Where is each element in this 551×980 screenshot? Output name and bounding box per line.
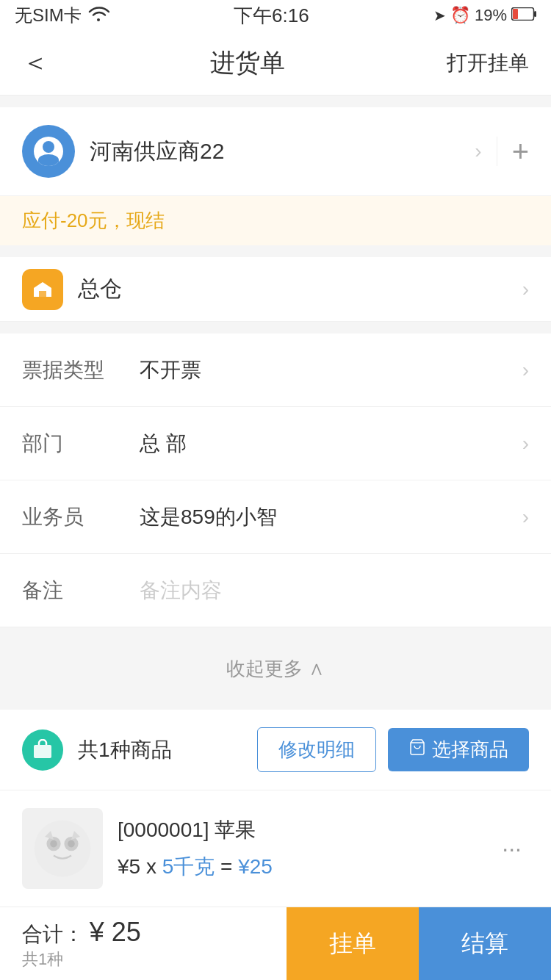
svg-rect-2: [513, 9, 518, 19]
product-more-button[interactable]: ···: [494, 828, 529, 870]
product-section-icon: [22, 729, 63, 771]
ticket-type-row[interactable]: 票据类型 不开票 ›: [0, 334, 551, 407]
svg-rect-1: [534, 11, 536, 17]
svg-rect-4: [34, 745, 51, 758]
status-left: 无SIM卡: [15, 4, 109, 27]
salesman-row[interactable]: 业务员 这是859的小智 ›: [0, 480, 551, 554]
supplier-chevron-icon: ›: [475, 140, 481, 163]
supplier-divider: [497, 137, 497, 166]
status-time: 下午6:16: [234, 3, 309, 29]
warehouse-section[interactable]: 总仓 ›: [0, 257, 551, 322]
ticket-type-chevron-icon: ›: [522, 359, 529, 382]
department-chevron-icon: ›: [522, 432, 529, 455]
select-product-label: 选择商品: [432, 737, 508, 763]
remark-row[interactable]: 备注 备注内容: [0, 554, 551, 627]
salesman-chevron-icon: ›: [522, 505, 529, 529]
svg-rect-3: [39, 291, 46, 297]
total-label: 合计：: [22, 923, 84, 945]
svg-point-6: [35, 821, 91, 877]
nav-bar: ＜ 进货单 打开挂单: [0, 31, 551, 96]
cart-icon: [408, 738, 426, 761]
total-count: 共1种: [22, 948, 264, 970]
hold-button[interactable]: 挂单: [287, 907, 419, 981]
page-title: 进货单: [210, 46, 285, 80]
wifi-icon: [87, 5, 109, 26]
product-multiply: x: [146, 855, 156, 878]
edit-detail-button[interactable]: 修改明细: [257, 727, 376, 772]
collapse-bar[interactable]: 收起更多 ∧: [0, 639, 551, 698]
product-section: 共1种商品 修改明细 选择商品: [0, 710, 551, 907]
product-equals: =: [220, 855, 232, 878]
status-bar: 无SIM卡 下午6:16 ➤ ⏰ 19%: [0, 0, 551, 31]
form-section: 票据类型 不开票 › 部门 总 部 › 业务员 这是859的小智 › 备注 备注…: [0, 334, 551, 627]
back-button[interactable]: ＜: [22, 45, 48, 81]
product-info: [0000001] 苹果 ¥5 x 5千克 = ¥25: [118, 816, 494, 881]
salesman-label: 业务员: [22, 503, 125, 531]
product-quantity: 5千克: [162, 855, 215, 878]
warehouse-chevron-icon: ›: [522, 278, 529, 301]
product-name: [0000001] 苹果: [118, 816, 494, 844]
carrier-label: 无SIM卡: [15, 4, 82, 27]
department-value: 总 部: [125, 430, 522, 458]
bottom-bar: 合计： ¥ 25 共1种 挂单 结算: [0, 907, 551, 980]
warehouse-icon: [22, 269, 63, 310]
supplier-avatar: [22, 125, 75, 178]
supplier-name: 河南供应商22: [90, 137, 475, 167]
remark-input[interactable]: 备注内容: [125, 577, 529, 605]
svg-point-9: [50, 840, 57, 848]
settle-button[interactable]: 结算: [419, 907, 551, 981]
select-product-button[interactable]: 选择商品: [388, 728, 529, 771]
supplier-row[interactable]: 河南供应商22 › +: [0, 107, 551, 196]
supplier-section: 河南供应商22 › + 应付-20元，现结: [0, 107, 551, 245]
battery-icon: [511, 6, 536, 25]
warehouse-row[interactable]: 总仓 ›: [0, 257, 551, 322]
battery-label: 19%: [475, 6, 507, 25]
total-section: 合计： ¥ 25 共1种: [0, 917, 287, 970]
supplier-notice: 应付-20元，现结: [0, 196, 551, 245]
product-header: 共1种商品 修改明细 选择商品: [0, 710, 551, 790]
open-hold-button[interactable]: 打开挂单: [447, 49, 529, 77]
remark-label: 备注: [22, 577, 125, 605]
svg-point-10: [68, 840, 75, 848]
salesman-value: 这是859的小智: [125, 503, 522, 531]
status-right: ➤ ⏰ 19%: [433, 6, 536, 25]
product-total: ¥25: [238, 855, 273, 878]
avatar-inner: [34, 137, 63, 166]
department-label: 部门: [22, 430, 125, 458]
product-price: ¥5 x 5千克 = ¥25: [118, 853, 494, 881]
ticket-type-value: 不开票: [125, 356, 522, 384]
warehouse-name: 总仓: [78, 274, 522, 304]
alarm-icon: ⏰: [450, 6, 470, 25]
location-icon: ➤: [433, 7, 446, 24]
product-item: [0000001] 苹果 ¥5 x 5千克 = ¥25 ···: [0, 790, 551, 907]
product-count-label: 共1种商品: [78, 736, 257, 764]
total-line: 合计： ¥ 25: [22, 917, 264, 948]
total-amount: ¥ 25: [90, 917, 141, 947]
product-thumbnail: [22, 808, 103, 889]
department-row[interactable]: 部门 总 部 ›: [0, 407, 551, 480]
ticket-type-label: 票据类型: [22, 356, 125, 384]
add-supplier-button[interactable]: +: [512, 137, 529, 166]
product-unit-price: ¥5: [118, 855, 140, 878]
